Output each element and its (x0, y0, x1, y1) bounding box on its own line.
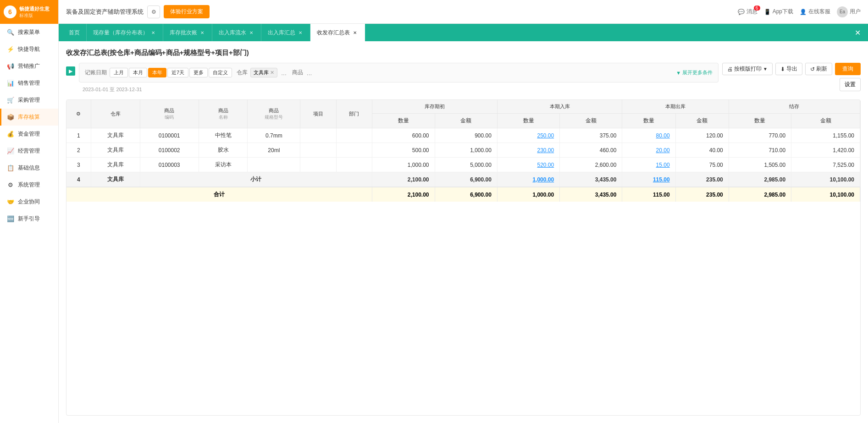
col-name-header: 商品名称 (199, 100, 248, 128)
tab-close-inventory-dist[interactable]: ✕ (150, 29, 156, 36)
col-project-header: 项目 (300, 100, 337, 128)
col-bal-qty: 数量 (729, 114, 791, 128)
tab-batch[interactable]: 库存批次账 ✕ (163, 24, 212, 41)
export-icon: ⬇ (780, 66, 785, 72)
col-out-qty: 数量 (622, 114, 675, 128)
sidebar-item-label: 采购管理 (18, 96, 40, 104)
row-out-qty[interactable]: 80.00 (622, 128, 675, 143)
tab-close-inout-flow[interactable]: ✕ (248, 29, 254, 36)
row-init-amt: 1,000.00 (435, 143, 497, 158)
col-bal-amt: 金额 (791, 114, 860, 128)
user-action[interactable]: Ea 用户 (837, 6, 861, 17)
sidebar-item-guide[interactable]: 🆕 新手引导 (0, 210, 58, 227)
trial-button[interactable]: 体验行业方案 (164, 5, 210, 18)
expand-label: 展开更多条件 (682, 69, 713, 76)
total-out-qty: 115.00 (622, 187, 675, 202)
row-init-amt: 5,000.00 (435, 158, 497, 172)
sidebar-item-search[interactable]: 🔍 搜索菜单 (0, 24, 58, 41)
date-btn-this-year[interactable]: 本年 (148, 68, 166, 77)
tab-bar: 首页 现存量（库存分布表） ✕ 库存批次账 ✕ 出入库流水 ✕ 出入库汇总 ✕ … (59, 24, 868, 41)
warehouse-dots[interactable]: ... (281, 69, 287, 77)
total-label: 合计 (66, 187, 372, 202)
search-icon: 🔍 (7, 29, 14, 36)
app-download-action[interactable]: 📱 App下载 (764, 8, 793, 16)
filter-expand-arrow[interactable]: ▶ (66, 66, 75, 76)
purchase-icon: 🛒 (7, 97, 14, 104)
sidebar-item-enterprise[interactable]: 🤝 企业协同 (0, 193, 58, 210)
tab-home[interactable]: 首页 (62, 24, 87, 41)
date-btn-this-month[interactable]: 本月 (129, 68, 147, 77)
date-btn-more[interactable]: 更多 (189, 68, 208, 77)
warehouse-filter: 仓库 文具库 ✕ ... (237, 68, 287, 77)
sidebar-item-operation[interactable]: 📈 经营管理 (0, 143, 58, 159)
header-left: 装备及固定资产辅助管理系统 ⚙ 体验行业方案 (66, 5, 210, 18)
tab-inventory-dist[interactable]: 现存量（库存分布表） ✕ (87, 24, 163, 41)
row-bal-qty: 710.00 (729, 143, 791, 158)
tab-home-label: 首页 (69, 29, 80, 37)
chevron-down-icon: ▼ (763, 66, 768, 71)
row-warehouse: 文具库 (91, 158, 140, 172)
sidebar-item-finance[interactable]: 💰 资金管理 (0, 126, 58, 143)
date-btn-custom[interactable]: 自定义 (209, 68, 232, 77)
subtotal-in-amt: 3,435.00 (560, 172, 622, 187)
row-in-qty[interactable]: 520.00 (497, 158, 559, 172)
refresh-button[interactable]: ↺ 刷新 (805, 63, 832, 75)
sidebar-item-marketing[interactable]: 📢 营销推广 (0, 58, 58, 75)
sidebar-item-purchase[interactable]: 🛒 采购管理 (0, 92, 58, 109)
col-init-amt: 金额 (435, 114, 497, 128)
settings-button[interactable]: 设置 (840, 78, 861, 91)
sidebar-item-sales[interactable]: 📊 销售管理 (0, 75, 58, 92)
sidebar-item-quick[interactable]: ⚡ 快捷导航 (0, 41, 58, 58)
row-bal-qty: 770.00 (729, 128, 791, 143)
subtotal-label: 小计 (140, 172, 372, 187)
row-spec: 20ml (248, 143, 300, 158)
subtotal-in-qty[interactable]: 1,000.00 (497, 172, 559, 187)
online-service-action[interactable]: 👤 在线客服 (800, 8, 830, 16)
logo-title: 畅捷通好生意 (19, 5, 50, 12)
row-in-qty[interactable]: 250.00 (497, 128, 559, 143)
sidebar-item-label: 系统管理 (18, 181, 40, 189)
gear-button[interactable]: ⚙ (147, 5, 160, 18)
col-init-header: 库存期初 (372, 100, 498, 114)
row-out-qty[interactable]: 15.00 (622, 158, 675, 172)
tab-recv-send[interactable]: 收发存汇总表 ✕ (310, 24, 365, 41)
sidebar-item-label: 搜索菜单 (18, 28, 40, 36)
tab-bar-close-button[interactable]: ✕ (851, 28, 864, 37)
col-warehouse-header: 仓库 (91, 100, 140, 128)
col-settings[interactable]: ⚙ (66, 100, 91, 128)
sales-icon: 📊 (7, 80, 14, 87)
tab-close-inout-summary[interactable]: ✕ (297, 29, 304, 36)
export-button[interactable]: ⬇ 导出 (775, 63, 802, 75)
row-in-qty[interactable]: 230.00 (497, 143, 559, 158)
total-row: 合计 2,100.00 6,900.00 1,000.00 3,435.00 1… (66, 187, 860, 202)
row-project (300, 143, 337, 158)
row-name: 中性笔 (199, 128, 248, 143)
expand-conditions-button[interactable]: ▼ 展开更多条件 (676, 69, 713, 76)
goods-dots[interactable]: ... (307, 69, 312, 77)
message-action[interactable]: 💬 消息 6 (738, 8, 757, 16)
date-range-display: 2023-01-01 至 2023-12-31 (83, 87, 142, 92)
tab-close-batch[interactable]: ✕ (199, 29, 205, 36)
warehouse-tag-close[interactable]: ✕ (270, 70, 274, 76)
row-bal-amt: 1,155.00 (791, 128, 860, 143)
sidebar-item-label: 新手引导 (18, 215, 40, 223)
filter-area: 记账日期 上月 本月 本年 近7天 更多 自定义 (79, 63, 719, 95)
date-btn-last-month[interactable]: 上月 (110, 68, 128, 77)
header-right: 💬 消息 6 📱 App下载 👤 在线客服 Ea 用户 (738, 6, 861, 17)
sidebar-item-inventory[interactable]: 📦 库存核算 (0, 109, 58, 126)
query-button[interactable]: 查询 (835, 63, 861, 75)
col-code-header: 商品编码 (140, 100, 199, 128)
tab-close-recv-send[interactable]: ✕ (352, 29, 358, 36)
date-btn-7days[interactable]: 近7天 (167, 68, 188, 77)
sidebar-item-basic[interactable]: 📋 基础信息 (0, 159, 58, 176)
row-project (300, 158, 337, 172)
sidebar-item-system[interactable]: ⚙ 系统管理 (0, 176, 58, 193)
print-button[interactable]: 🖨 按模版打印 ▼ (722, 63, 773, 75)
row-out-qty[interactable]: 20.00 (622, 143, 675, 158)
tab-inout-flow[interactable]: 出入库流水 ✕ (212, 24, 261, 41)
tab-batch-label: 库存批次账 (170, 29, 197, 37)
subtotal-out-qty[interactable]: 115.00 (622, 172, 675, 187)
tab-inout-summary[interactable]: 出入库汇总 ✕ (261, 24, 310, 41)
warehouse-tag-text: 文具库 (254, 69, 269, 76)
logo-badge: 标准版 (19, 12, 50, 19)
